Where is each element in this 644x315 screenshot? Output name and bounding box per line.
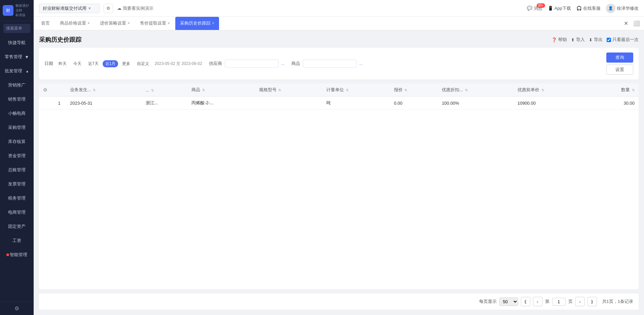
page-header: 采购历史价跟踪 ❓ 帮助 ⬆ 导入 ⬇ 导出 只看最后一次	[39, 36, 639, 44]
sort-discount-icon: ⇅	[465, 88, 468, 92]
sidebar-item-tax[interactable]: 税务管理	[1, 192, 32, 205]
tab-price-settings[interactable]: 商品价格设置 ×	[55, 17, 95, 30]
filter-dates: 昨天 今天 近7天 近1月 更多 自定义	[56, 60, 152, 67]
td-more1: 浙江...	[142, 97, 187, 110]
messages-button[interactable]: 💬 消息 99+	[527, 5, 542, 11]
th-pre-price[interactable]: 优惠前单价 ⇅	[513, 83, 591, 97]
supplier-label: 供应商	[209, 61, 222, 67]
help-icon: ❓	[551, 37, 557, 42]
table-body: 1 2023-05-31 浙江... 丙烯酸-2-... 吨 0.00 100.…	[39, 97, 639, 110]
sidebar-item-purchase[interactable]: 采购管理	[1, 121, 32, 134]
sort-unit-icon: ⇅	[346, 88, 349, 92]
export-link[interactable]: ⬇ 导出	[589, 37, 603, 43]
sidebar-item-ecommerce[interactable]: 电商管理	[1, 206, 32, 219]
product-dropdown-arrow-icon: ▾	[88, 6, 91, 11]
th-discount[interactable]: 优惠折扣... ⇅	[438, 83, 513, 97]
tabs-right-actions: ✕ ⬜	[621, 17, 641, 30]
td-pre-price: 10900.00	[513, 97, 591, 110]
sidebar-item-ecommerce-small[interactable]: 小畅电商	[1, 107, 32, 120]
tab-close-button[interactable]: ✕	[621, 19, 631, 28]
import-link[interactable]: ⬆ 导入	[571, 37, 585, 43]
date-btn-custom[interactable]: 自定义	[134, 60, 152, 67]
th-spec[interactable]: 规格型号 ⇅	[255, 83, 323, 97]
pagination-first-btn[interactable]: ⟪	[521, 297, 530, 306]
tab-expand-button[interactable]: ⬜	[632, 19, 641, 28]
date-btn-today[interactable]: 今天	[71, 60, 84, 67]
table-gear-icon[interactable]: ⚙	[43, 87, 47, 93]
supplier-more-btn[interactable]: ...	[281, 61, 285, 66]
date-btn-more[interactable]: 更多	[119, 60, 133, 67]
pagination-last-btn[interactable]: ⟫	[587, 297, 597, 306]
th-goods[interactable]: 商品 ⇅	[187, 83, 255, 97]
goods-more-btn[interactable]: ...	[359, 61, 363, 66]
sidebar-item-invoice[interactable]: 发票管理	[1, 178, 32, 190]
sidebar-item-marketing[interactable]: 营销推广	[1, 79, 32, 92]
sidebar-item-sales[interactable]: 销售管理	[1, 93, 32, 106]
only-last-checkbox-label[interactable]: 只看最后一次	[607, 37, 639, 43]
app-logo: 财 畅捷通好业财 标准版	[0, 0, 34, 21]
date-btn-1month[interactable]: 近1月	[103, 60, 118, 67]
th-more1[interactable]: ... ⇅	[142, 83, 187, 97]
page-title: 采购历史价跟踪	[39, 36, 81, 44]
td-spec	[255, 97, 323, 110]
tab-sale-price[interactable]: 售价提取设置 ×	[135, 17, 175, 30]
header-settings-button[interactable]: ⚙	[104, 4, 113, 13]
user-button[interactable]: 👤 徐泽华修改	[606, 4, 639, 13]
per-page-label: 每页显示	[479, 299, 497, 305]
search-menu-button[interactable]: 搜索菜单	[3, 24, 30, 33]
td-price: 0.00	[390, 97, 438, 110]
per-page-select[interactable]: 50 10 20 100	[499, 298, 518, 306]
demo-link-button[interactable]: ☁ 我要看实例演示	[117, 5, 153, 11]
sort-qty-icon: ⇅	[632, 88, 635, 92]
tab-home[interactable]: 首页	[36, 17, 55, 30]
sidebar-item-quick-nav[interactable]: 快捷导航	[1, 36, 32, 49]
tab-purchase-history[interactable]: 采购历史价跟踪 ×	[175, 17, 219, 30]
date-btn-yesterday[interactable]: 昨天	[56, 60, 69, 67]
td-goods: 丙烯酸-2-...	[187, 97, 255, 110]
only-last-checkbox[interactable]	[607, 38, 611, 42]
product-selector[interactable]: 好业财标准版交付试用 ▾	[39, 4, 100, 13]
online-service-button[interactable]: 🎧 在线客服	[576, 5, 601, 11]
app-download-button[interactable]: 📱 App下载	[548, 5, 571, 11]
main-content: 好业财标准版交付试用 ▾ ⚙ ☁ 我要看实例演示 💬 消息 99+ 📱 App下…	[34, 0, 644, 315]
sidebar-item-ai[interactable]: 智能管理	[1, 248, 32, 261]
date-btn-7days[interactable]: 近7天	[85, 60, 101, 67]
td-no: 1	[52, 97, 66, 110]
sidebar-item-inventory[interactable]: 库存核算	[1, 135, 32, 148]
sidebar-item-retail[interactable]: 零售管理 ▼	[1, 50, 32, 63]
user-avatar: 👤	[606, 4, 615, 13]
sidebar-item-finance[interactable]: 资金管理	[1, 149, 32, 162]
tab-close-purchase-history[interactable]: ×	[212, 21, 214, 26]
export-icon: ⬇	[589, 37, 593, 42]
table-container: ⚙ 业务发生... ⇅ ... ⇅ 商品 ⇅	[39, 83, 639, 289]
page-suffix: 页	[568, 299, 573, 305]
th-price[interactable]: 报价 ⇅	[390, 83, 438, 97]
th-date[interactable]: 业务发生... ⇅	[66, 83, 142, 97]
tab-close-price-settings[interactable]: ×	[87, 21, 90, 26]
td-qty: 30.00	[591, 97, 639, 110]
sort-pre-price-icon: ⇅	[541, 88, 544, 92]
sidebar-item-payroll[interactable]: 工资	[1, 234, 32, 247]
pagination-prev-btn[interactable]: ‹	[533, 297, 542, 306]
query-button[interactable]: 查询	[606, 53, 633, 63]
page-label: 第	[545, 299, 549, 305]
help-link[interactable]: ❓ 帮助	[551, 37, 567, 43]
goods-input[interactable]	[303, 60, 357, 68]
sidebar-item-ledger[interactable]: 总账管理	[1, 164, 32, 176]
th-unit[interactable]: 计量单位 ⇅	[322, 83, 390, 97]
supplier-input[interactable]	[225, 60, 279, 68]
sidebar-search-area: 搜索菜单	[0, 21, 34, 36]
pagination-next-btn[interactable]: ›	[575, 297, 585, 306]
tab-close-sale-price[interactable]: ×	[168, 21, 170, 26]
sidebar-settings-icon[interactable]: ⚙	[3, 305, 31, 312]
pagination-info: 共1页，1条记录	[602, 299, 633, 305]
filter-settings-button[interactable]: 设置	[606, 65, 633, 75]
th-qty[interactable]: 数量 ⇅	[591, 83, 639, 97]
header-right: 💬 消息 99+ 📱 App下载 🎧 在线客服 👤 徐泽华修改	[527, 4, 639, 13]
page-actions: ❓ 帮助 ⬆ 导入 ⬇ 导出 只看最后一次	[551, 37, 639, 43]
tab-purchase-strategy[interactable]: 进价策略设置 ×	[95, 17, 135, 30]
tab-close-purchase-strategy[interactable]: ×	[128, 21, 130, 26]
sidebar-item-wholesale[interactable]: 批发管理 ▲	[1, 65, 32, 77]
page-input[interactable]	[552, 298, 566, 306]
sidebar-item-assets[interactable]: 固定资产	[1, 220, 32, 233]
